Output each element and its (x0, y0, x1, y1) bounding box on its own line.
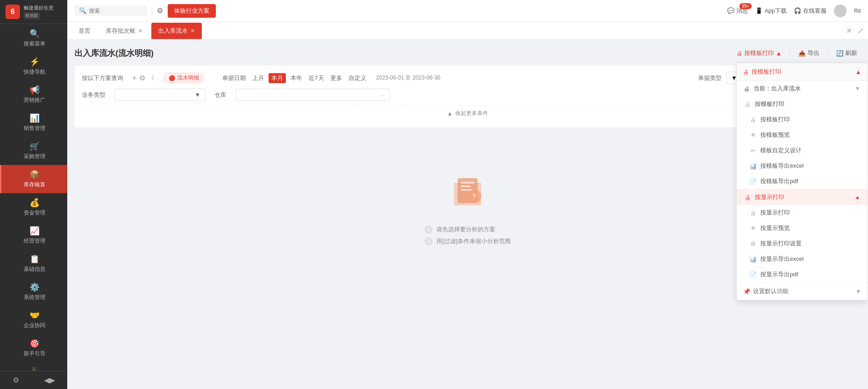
sidebar-label-system: 系统管理 (24, 294, 45, 301)
app-tag: 标准版 (24, 12, 40, 19)
sidebar-item-appstore[interactable]: 📱 应用中心 (0, 362, 67, 371)
dropdown-current-icon: 🖨 (744, 85, 750, 92)
search-box[interactable]: 🔍 (75, 5, 147, 16)
dropdown-display-pdf-item[interactable]: 📄 按显示导出pdf (737, 267, 868, 282)
dropdown-template-design-item[interactable]: ✏ 模板自定义设计 (737, 143, 868, 158)
dropdown-display-settings-item[interactable]: ⚙ 按显示打印设置 (737, 236, 868, 251)
sidebar-label-inventory: 库存核算 (24, 181, 45, 189)
dropdown-display-print-item[interactable]: 🖨 按显示打印 (737, 205, 868, 220)
sidebar-item-search[interactable]: 🔍 搜索菜单 (0, 24, 67, 52)
display-section-chevron[interactable]: ▲ (855, 194, 860, 200)
date-option-custom[interactable]: 自定义 (347, 73, 368, 83)
dropdown-template-pdf-item[interactable]: 📄 按模板导出pdf (737, 174, 868, 189)
sidebar-item-collab[interactable]: 🤝 企业协同 (0, 306, 67, 334)
settings-icon[interactable]: ⚙ (13, 376, 19, 384)
template-design-icon: ✏ (749, 147, 757, 154)
export-button[interactable]: 📤 导出 (795, 47, 823, 59)
date-option-last-month[interactable]: 上月 (250, 73, 266, 83)
sidebar-item-inventory[interactable]: 📦 库存核算 (0, 165, 67, 193)
filter-add-btn[interactable]: + (132, 74, 136, 82)
display-settings-label: 按显示打印设置 (760, 239, 802, 248)
dropdown-footer: 📌 设置默认功能 ▼ (737, 283, 868, 300)
date-option-7days[interactable]: 近7天 (307, 73, 325, 83)
dropdown-chevron-up[interactable]: ▲ (855, 69, 861, 75)
template-design-label: 模板自定义设计 (760, 146, 802, 155)
sidebar-item-sales[interactable]: 📊 销售管理 (0, 109, 67, 137)
filter-tag-icon: 🔴 (169, 75, 175, 81)
dropdown-display-excel-item[interactable]: 📊 按显示导出excel (737, 251, 868, 267)
sidebar-item-marketing-promo[interactable]: 📢 营销推广 (0, 80, 67, 109)
tab-flow[interactable]: 出入库流水 ✕ (151, 23, 202, 39)
tab-expand-icon[interactable]: ⤢ (858, 26, 863, 35)
tab-batch[interactable]: 库存批次账 ✕ (99, 23, 150, 39)
dropdown-display-preview-item[interactable]: 👁 按显示预览 (737, 220, 868, 236)
topbar-gear-icon[interactable]: ⚙ (157, 6, 163, 15)
search-input[interactable] (89, 8, 135, 14)
template-print-header-label: 按模板打印 (755, 100, 784, 108)
template-preview-label: 按模板预览 (760, 131, 790, 139)
default-icon: 📌 (743, 288, 750, 295)
filter-tag-0[interactable]: 🔴 流水明细 (164, 73, 204, 83)
dropdown-current-chevron[interactable]: ▼ (855, 85, 860, 92)
sidebar-bottom: ⚙ ◀▶ (0, 371, 67, 389)
step-1-text: 请先选择要分析的方案 (436, 224, 495, 235)
display-settings-icon: ⚙ (749, 240, 757, 247)
sidebar-item-system[interactable]: ⚙️ 系统管理 (0, 278, 67, 306)
warehouse-select[interactable]: ··· (235, 89, 390, 101)
template-pdf-icon: 📄 (749, 178, 757, 185)
sidebar-item-purchase[interactable]: 🛒 采购管理 (0, 137, 67, 165)
trial-button[interactable]: 体验行业方案 (168, 4, 216, 18)
tab-batch-label: 库存批次账 (106, 27, 135, 35)
print-button[interactable]: 🖨 按模板打印 ▲ (733, 47, 785, 59)
footer-chevron[interactable]: ▼ (855, 288, 861, 295)
phone-icon: 📱 (755, 7, 763, 14)
tab-home[interactable]: 首页 (72, 23, 97, 39)
dropdown-footer-default[interactable]: 📌 设置默认功能 (743, 287, 788, 295)
sidebar-item-guide[interactable]: 🎯 新手引导 (0, 334, 67, 362)
date-option-this-month[interactable]: 本月 (269, 73, 286, 83)
export-icon: 📤 (798, 50, 806, 57)
template-print-label: 按模板打印 (760, 115, 790, 124)
collapse-icon[interactable]: ◀▶ (44, 376, 55, 384)
page-content: 出入库流水(流水明细) 🖨 按模板打印 ▲ 📤 导出 🔄 刷新 (67, 40, 868, 389)
sidebar-item-operations[interactable]: 📈 经营管理 (0, 221, 67, 249)
warehouse-more[interactable]: ··· (380, 91, 385, 98)
filter-setting-icon[interactable]: ⚙ (139, 74, 145, 82)
sidebar-icon-sales: 📊 (30, 113, 40, 123)
date-option-more[interactable]: 更多 (329, 73, 344, 83)
template-print-icon: 🖨 (744, 100, 751, 108)
sidebar-icon-inventory: 📦 (30, 170, 40, 180)
dropdown-template-excel-item[interactable]: 📊 按模板导出excel (737, 158, 868, 174)
refresh-icon: 🔄 (836, 50, 843, 57)
tab-flow-close[interactable]: ✕ (190, 28, 195, 34)
dropdown-current: 🖨 当前：出入库流水 ▼ (737, 81, 868, 96)
business-type-chevron: ▼ (195, 91, 200, 98)
filter-collapse-icon[interactable]: 《 (148, 74, 155, 82)
user-avatar[interactable] (834, 5, 847, 17)
sidebar-item-finance[interactable]: 💰 资金管理 (0, 193, 67, 221)
refresh-button[interactable]: 🔄 刷新 (833, 47, 861, 59)
dropdown-template-print-item[interactable]: 🖨 按模板打印 (737, 112, 868, 127)
filter-tag-label: 流水明细 (177, 74, 199, 82)
online-service-btn[interactable]: 🎧 在线客服 (794, 7, 827, 15)
date-filter: 上月 本月 本年 近7天 更多 自定义 (250, 73, 368, 83)
date-option-this-year[interactable]: 本年 (289, 73, 304, 83)
tab-batch-close[interactable]: ✕ (138, 28, 143, 34)
app-download-btn[interactable]: 📱 App下载 (755, 7, 787, 15)
sidebar-item-basic[interactable]: 📋 基础信息 (0, 249, 67, 278)
default-label: 设置默认功能 (753, 287, 788, 295)
dropdown-template-print-header[interactable]: 🖨 按模板打印 (737, 96, 868, 112)
display-print-icon: 🖨 (744, 194, 751, 201)
sidebar-label-basic: 基础信息 (24, 265, 45, 273)
page-title: 出入库流水(流水明细) (75, 48, 154, 59)
tabs-bar: 首页 库存批次账 ✕ 出入库流水 ✕ ✕ ⤢ (67, 22, 868, 40)
sidebar-item-quick[interactable]: ⚡ 快捷导航 (0, 52, 67, 80)
dropdown-template-preview-item[interactable]: 👁 按模板预览 (737, 127, 868, 143)
message-badge[interactable]: 💬 消息 99+ (727, 7, 748, 15)
dropdown-display-print-header[interactable]: 🖨 按显示打印 ▲ (737, 190, 868, 205)
business-type-select[interactable]: ▼ (115, 89, 205, 101)
action-divider-1 (790, 50, 790, 57)
display-pdf-label: 按显示导出pdf (760, 270, 798, 279)
tab-close-all-icon[interactable]: ✕ (843, 26, 856, 35)
template-preview-icon: 👁 (749, 131, 757, 139)
